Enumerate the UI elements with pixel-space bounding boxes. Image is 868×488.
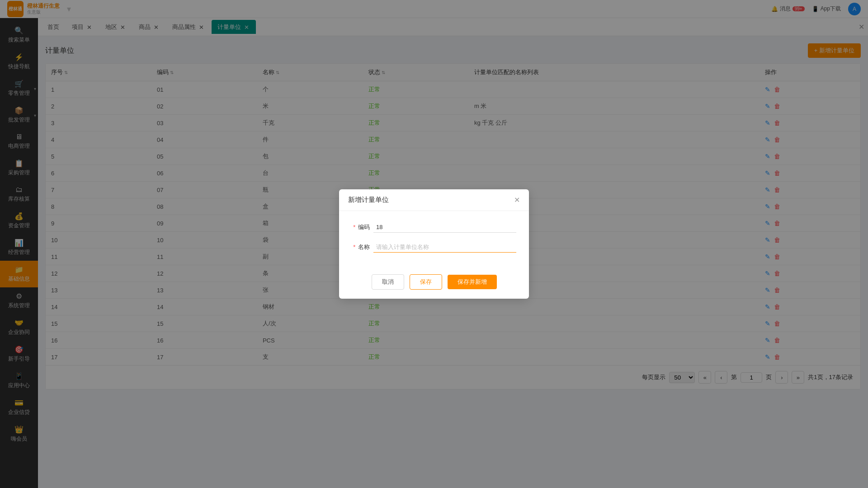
modal-header: 新增计量单位 ✕ xyxy=(339,189,529,211)
modal-title: 新增计量单位 xyxy=(348,196,389,204)
required-star: * xyxy=(353,244,355,250)
code-label: * 编码 xyxy=(352,223,370,231)
name-label: * 名称 xyxy=(352,243,370,251)
save-button[interactable]: 保存 xyxy=(410,274,442,290)
name-form-row: * 名称 xyxy=(352,242,516,253)
save-and-new-button[interactable]: 保存并新增 xyxy=(448,275,497,289)
code-input[interactable] xyxy=(373,222,516,233)
modal-footer: 取消 保存 保存并新增 xyxy=(339,269,529,299)
add-unit-modal: 新增计量单位 ✕ * 编码 * 名称 取消 保存 保存并新增 xyxy=(339,189,529,299)
modal-overlay[interactable]: 新增计量单位 ✕ * 编码 * 名称 取消 保存 保存并新增 xyxy=(0,0,868,488)
name-input[interactable] xyxy=(373,242,516,253)
code-form-row: * 编码 xyxy=(352,222,516,233)
modal-body: * 编码 * 名称 xyxy=(339,211,529,269)
modal-close-button[interactable]: ✕ xyxy=(514,196,520,204)
cancel-button[interactable]: 取消 xyxy=(372,274,404,290)
required-star: * xyxy=(353,224,355,230)
